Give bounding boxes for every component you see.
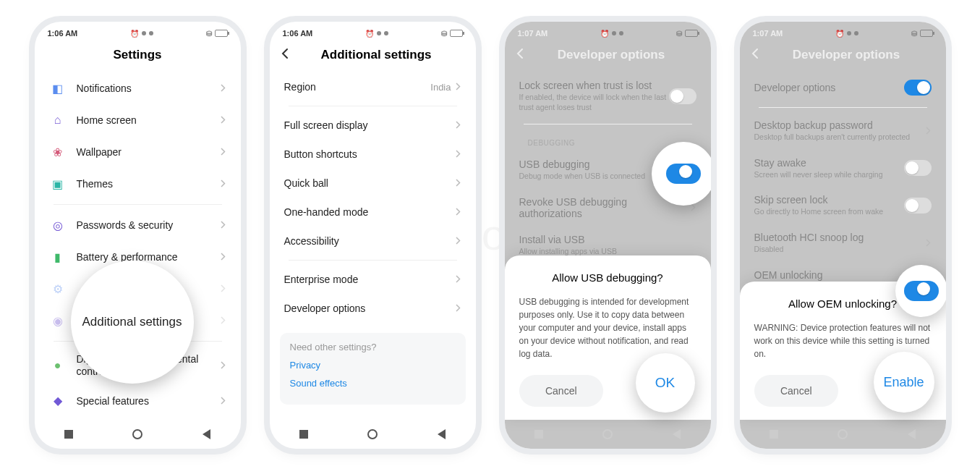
chevron-right-icon [221,145,226,159]
battery-perf-icon: ▮ [49,248,67,266]
battery-icon [920,30,933,37]
android-nav [270,420,476,449]
alarm-icon: ⏰ [835,30,844,38]
back-button[interactable] [673,429,681,439]
item-developer-options[interactable]: Developer options [278,294,467,323]
highlight-enable: Enable [874,352,934,413]
back-button[interactable] [281,48,293,62]
highlight-ok: OK [636,353,695,413]
link-sound-effects[interactable]: Sound effects [290,378,456,389]
db-icon: ⛁ [911,30,917,38]
phone-settings: 1:06 AM ⏰ ⛁ Settings ◧ Notifications ⌂ H… [35,22,241,449]
chevron-right-icon [456,302,461,315]
home-button[interactable] [838,429,848,439]
item-fullscreen[interactable]: Full screen display [278,111,467,140]
chevron-right-icon [456,273,461,286]
highlight-usb-toggle [652,142,711,206]
item-skip-screen-lock[interactable]: Skip screen lockGo directly to Home scre… [749,187,937,224]
item-passwords[interactable]: ◎ Passwords & security [43,209,232,241]
dialog-body: USB debugging is intended for developmen… [519,295,696,360]
item-region[interactable]: Region India [278,72,467,101]
enable-button[interactable]: Enable [883,375,924,390]
toggle[interactable] [904,198,932,214]
item-desktop-backup[interactable]: Desktop backup passwordDesktop full back… [749,112,937,150]
status-time: 1:06 AM [283,29,313,38]
oem-unlocking-toggle[interactable] [904,281,939,301]
themes-icon: ▣ [49,175,67,193]
chevron-right-icon [221,314,226,327]
chevron-right-icon [926,237,932,250]
dialog-title: Allow USB debugging? [519,271,696,284]
ok-button[interactable]: OK [655,375,675,391]
globe-icon: ◉ [49,312,67,329]
back-button[interactable] [203,429,210,439]
item-enterprise[interactable]: Enterprise mode [278,265,467,294]
highlight-oem-toggle [895,265,946,317]
item-home-screen[interactable]: ⌂ Home screen [43,104,232,136]
back-button[interactable] [908,429,916,439]
item-accessibility[interactable]: Accessibility [278,227,467,255]
page-title: Developer options [540,48,683,62]
back-button[interactable] [516,48,528,62]
recent-button[interactable] [770,430,778,439]
phone-oem-unlocking: 1:07 AM ⏰ ⛁ Developer options Developer … [740,22,946,449]
back-button[interactable] [438,429,446,439]
footer-card: Need other settings? Privacy Sound effec… [280,333,466,405]
home-button[interactable] [602,429,613,439]
phone-usb-debugging: 1:07 AM ⏰ ⛁ Developer options Lock scree… [505,22,711,449]
status-bar: 1:06 AM ⏰ ⛁ [270,22,476,41]
chevron-right-icon [456,80,461,93]
recent-button[interactable] [534,430,543,439]
item-lock-screen-trust[interactable]: Lock screen when trust is lostIf enabled… [514,72,702,119]
chevron-right-icon [456,148,461,161]
item-stay-awake[interactable]: Stay awakeScreen will never sleep while … [749,150,937,187]
db-icon: ⛁ [206,30,212,38]
header: Developer options [740,41,946,72]
phone-additional-settings: 1:06 AM ⏰ ⛁ Additional settings Region I… [270,22,476,449]
link-privacy[interactable]: Privacy [290,360,456,371]
battery-icon [215,30,228,37]
chevron-right-icon [221,114,226,127]
back-button[interactable] [751,48,763,62]
cancel-button[interactable]: Cancel [754,375,839,407]
status-bar: 1:06 AM ⏰ ⛁ [35,22,241,41]
status-bar: 1:07 AM ⏰ ⛁ [505,22,711,41]
status-time: 1:07 AM [753,29,783,38]
status-time: 1:07 AM [518,29,548,38]
alarm-icon: ⏰ [600,30,609,38]
region-value: India [430,82,451,93]
db-icon: ⛁ [676,30,682,38]
chevron-right-icon [221,82,226,95]
chevron-right-icon [221,282,226,295]
cancel-button[interactable]: Cancel [519,375,604,407]
item-special-features[interactable]: ◆ Special features [43,385,232,417]
toggle[interactable] [669,88,696,104]
gear-icon: ⚙ [49,280,67,297]
home-button[interactable] [132,429,142,439]
status-dot-icon [142,31,146,35]
chevron-right-icon [456,177,461,190]
header: Additional settings [270,41,476,72]
footer-question: Need other settings? [290,342,456,352]
item-themes[interactable]: ▣ Themes [43,168,232,200]
alarm-icon: ⏰ [130,30,139,38]
item-quickball[interactable]: Quick ball [278,169,467,198]
item-notifications[interactable]: ◧ Notifications [43,72,232,104]
recent-button[interactable] [299,430,308,439]
item-bluetooth-hci[interactable]: Bluetooth HCI snoop logDisabled [749,224,937,262]
toggle[interactable] [904,160,932,176]
item-wallpaper[interactable]: ❀ Wallpaper [43,136,232,168]
battery-icon [685,30,698,37]
home-button[interactable] [367,429,378,439]
toggle[interactable] [904,80,932,96]
wallpaper-icon: ❀ [49,143,67,161]
recent-button[interactable] [64,430,73,439]
usb-debugging-toggle[interactable] [666,164,701,184]
item-developer-options-toggle[interactable]: Developer options [749,72,937,103]
item-onehanded[interactable]: One-handed mode [278,198,467,227]
item-button-shortcuts[interactable]: Button shortcuts [278,140,467,169]
status-dot-icon [149,31,153,35]
android-nav [35,420,241,449]
android-nav [505,420,711,449]
chevron-right-icon [221,359,226,372]
